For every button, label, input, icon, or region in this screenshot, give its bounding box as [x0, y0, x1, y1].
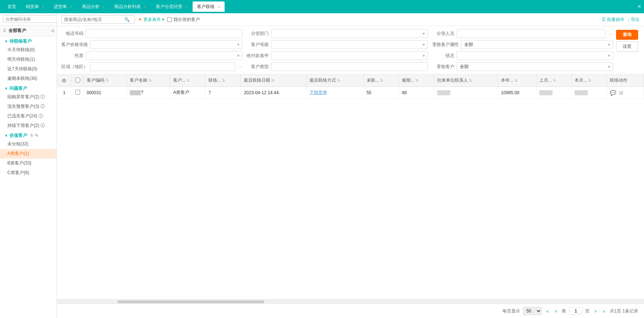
sidebar-group-value[interactable]: ▼ 价值客户 ↻ ✎	[0, 131, 57, 139]
chat-icon[interactable]: 💬	[610, 90, 616, 96]
th-code[interactable]: 客户编码 ⇅	[83, 74, 127, 87]
settings-btn[interactable]: 设置	[616, 41, 638, 52]
sidebar-dots-icon: ⠿	[3, 28, 6, 33]
sidebar-item-today[interactable]: 今天待联络(0)	[0, 45, 57, 55]
next-page-btn[interactable]: >	[593, 308, 598, 315]
tab-sales[interactable]: 销货单 ×	[21, 1, 49, 12]
tab-sales-close[interactable]: ×	[42, 4, 44, 9]
export-btn[interactable]: ↓ 导出	[627, 17, 640, 23]
sidebar-item-c-class[interactable]: C类客户(6)	[0, 168, 57, 178]
sidebar-item-7days[interactable]: 近7天待联络(0)	[0, 64, 57, 74]
th-last-contact-date[interactable]: 最后联络日期 ⇅	[241, 74, 306, 87]
th-last-month[interactable]: 上月... ⇅	[536, 74, 571, 87]
th-last-contact-way[interactable]: 最后联络方式 ⇅	[306, 74, 363, 87]
filter-manager-input[interactable]	[457, 29, 606, 38]
filter-sparse-wrap: 全部 ▼	[457, 62, 613, 71]
filter-customer-type-input[interactable]	[271, 62, 427, 71]
tab-customer-segment-close[interactable]: ×	[185, 4, 187, 9]
this-month-blur	[575, 90, 588, 95]
edit-icon[interactable]: ✎	[35, 133, 38, 138]
th-overdue[interactable]: 逾期... ⇅	[399, 74, 434, 87]
filter-region-dots[interactable]: ···	[238, 64, 243, 70]
grid-icon[interactable]: ⊞	[619, 90, 623, 96]
filter-nature-select[interactable]	[86, 51, 242, 60]
td-last-date: 2023-04-12 14:44:	[241, 87, 306, 99]
filter-status-select[interactable]	[457, 51, 613, 60]
tab-customer-contact-close[interactable]: ×	[218, 4, 220, 9]
close-all-icon[interactable]: ×	[638, 3, 641, 10]
filter-row-status: 状态 ▼	[432, 51, 613, 60]
sidebar-item-ungroup[interactable]: 未分组(32)	[0, 139, 57, 149]
sidebar-search-input[interactable]	[3, 15, 57, 23]
query-btn[interactable]: 查询	[616, 30, 638, 40]
first-page-btn[interactable]: «	[545, 308, 550, 315]
th-code-sort[interactable]: 客户编码 ⇅	[87, 77, 124, 84]
filter-region-input[interactable]	[90, 62, 235, 71]
tab-product-list[interactable]: 商品分析列表 ×	[110, 1, 150, 12]
sidebar-item-b-class[interactable]: B类客户(33)	[0, 159, 57, 168]
tab-product-list-close[interactable]: ×	[144, 4, 146, 9]
page-num-input[interactable]	[569, 307, 582, 315]
all-customers-label: 全部客户	[8, 28, 26, 34]
sidebar-all-customers[interactable]: ⠿ 全部客户 ◁	[0, 25, 57, 36]
refresh-icon[interactable]: ↻	[30, 133, 33, 138]
filter-price-select[interactable]	[90, 40, 242, 49]
th-type[interactable]: 客户... ⇅	[170, 74, 205, 87]
year-sort-icon: ⇅	[515, 78, 518, 82]
filter-manager-label: 分管人员	[432, 31, 454, 37]
filter-level-select[interactable]	[271, 40, 427, 49]
filter-buttons: 查询 设置	[616, 29, 638, 71]
bottom-scrollbar	[57, 299, 644, 304]
th-this-month[interactable]: 本月... ⇅	[571, 74, 607, 87]
filter-payment-select[interactable]	[271, 51, 427, 60]
sidebar-collapse-icon[interactable]: ◁	[51, 28, 54, 33]
gear-icon[interactable]: ⚙	[62, 78, 67, 84]
filter-phone-input[interactable]	[86, 29, 242, 38]
tab-product-analysis-close[interactable]: ×	[103, 4, 105, 9]
sidebar-group-pending[interactable]: ▼ 待联络客户	[0, 36, 57, 45]
filter-customer-type-label: 客户类型	[247, 64, 269, 70]
td-last-way: 下销货单	[306, 87, 363, 99]
search-input[interactable]	[64, 17, 123, 22]
th-uncontacted[interactable]: 未联... ⇅	[363, 74, 398, 87]
sidebar-item-churned[interactable]: 已流失客户(24) ⓘ	[0, 112, 57, 121]
tab-product-analysis[interactable]: 商品分析 ×	[78, 1, 109, 12]
sidebar-item-churn-warning[interactable]: 流失预警客户(3) ⓘ	[0, 102, 57, 112]
select-all-checkbox[interactable]	[75, 78, 80, 82]
prev-page-btn[interactable]: <	[553, 308, 559, 315]
scrollbar-thumb[interactable]	[117, 300, 264, 303]
tab-customer-contact-label: 客户联络	[197, 4, 215, 10]
last-way-link[interactable]: 下销货单	[310, 90, 327, 95]
tab-customer-segment[interactable]: 客户分层经营 ×	[151, 1, 192, 12]
filter-sparse-attr-select[interactable]: 全部	[461, 40, 613, 49]
sidebar-item-repurchase-abnormal[interactable]: 回购异常客户(2) ⓘ	[0, 92, 57, 102]
sidebar-item-a-class[interactable]: A类客户(1)	[0, 149, 57, 159]
tab-purchase-close[interactable]: ×	[70, 4, 72, 9]
export-label: 导出	[631, 17, 640, 23]
sidebar-group-problem[interactable]: ▼ 问题客户	[0, 84, 57, 92]
th-contact[interactable]: 联络... ⇅	[205, 74, 241, 87]
th-unit-contact[interactable]: 往来单位联系人 ⇅	[434, 74, 498, 87]
arrow-icon-3: ▼	[4, 134, 8, 138]
sidebar-item-declining[interactable]: 持续下滑客户(2) ⓘ	[0, 121, 57, 131]
filter-dept-select[interactable]	[271, 29, 427, 38]
my-customer-checkbox[interactable]	[167, 17, 172, 22]
my-customer-check[interactable]: 我分管的客户	[167, 17, 200, 23]
home-tab[interactable]: 首页	[3, 1, 21, 12]
td-this-month	[571, 87, 607, 99]
sidebar-item-overdue[interactable]: 逾期未联络(30)	[0, 74, 57, 84]
filter-sparse-select[interactable]: 全部	[457, 62, 613, 71]
row-checkbox[interactable]	[75, 90, 80, 95]
filter-manager-dots[interactable]: ···	[609, 31, 613, 36]
sidebar-item-tomorrow[interactable]: 明天待联络(1)	[0, 55, 57, 64]
th-this-year[interactable]: 本年... ⇅	[498, 74, 536, 87]
batch-op-btn[interactable]: ☰ 批量操作	[602, 17, 625, 23]
th-name[interactable]: 客户名称 ⇅	[127, 74, 170, 87]
more-filter-btn[interactable]: ▼ 更多条件 ▾	[138, 17, 164, 23]
filter-panel: 电话号码 分管部门 ▼ 分管人员 ··· 客户价格等级	[57, 26, 644, 74]
search-icon[interactable]: 🔍	[124, 17, 130, 22]
last-page-btn[interactable]: »	[601, 308, 607, 315]
tab-customer-contact[interactable]: 客户联络 ×	[193, 1, 224, 12]
page-size-select[interactable]: 50 100 200	[523, 307, 542, 315]
tab-purchase[interactable]: 进货单 ×	[49, 1, 76, 12]
